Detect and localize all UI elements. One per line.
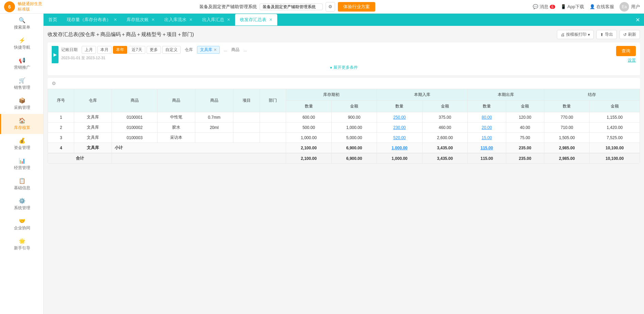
tab-inout-summary[interactable]: 出入库汇总 ✕	[197, 14, 235, 26]
cell-out-qty-3[interactable]: 15.00	[468, 133, 506, 143]
tab-close-batch-account[interactable]: ✕	[151, 17, 155, 22]
col-dept: 部门	[260, 89, 286, 112]
sidebar-item-search[interactable]: 🔍 搜索菜单	[0, 14, 43, 34]
cell-begin-amt-1: 900.00	[331, 112, 377, 122]
tab-home[interactable]: 首页	[44, 14, 62, 26]
in-qty-link-2[interactable]: 230.00	[393, 125, 406, 130]
goods-filter-label: 商品	[231, 47, 240, 53]
settings-link[interactable]: 设置	[628, 57, 636, 63]
sidebar-item-operations[interactable]: 📊 经营管理	[0, 154, 43, 174]
sidebar-item-quick-nav[interactable]: ⚡ 快捷导航	[0, 34, 43, 54]
gear-button[interactable]: ⚙	[326, 2, 335, 12]
sidebar-item-inventory[interactable]: 🏠 库存核算	[0, 114, 43, 134]
col-balance: 结存	[544, 89, 640, 101]
col-no: 序号	[48, 89, 74, 112]
cell-spec-2: 20ml	[195, 122, 233, 133]
sidebar-item-sales[interactable]: 🛒 销售管理	[0, 74, 43, 94]
sidebar-item-marketing[interactable]: 📢 营销推广	[0, 54, 43, 74]
cell-in-qty-2[interactable]: 230.00	[377, 122, 422, 133]
sidebar-label-sales: 销售管理	[14, 85, 30, 90]
subtotal-in-qty-link[interactable]: 1,000.00	[392, 146, 408, 150]
filter-collapse-arrow[interactable]: ▶	[52, 46, 59, 63]
col-period-in: 本期入库	[377, 89, 468, 101]
cell-in-qty-3[interactable]: 520.00	[377, 133, 422, 143]
tab-recv-send[interactable]: 收发存汇总表 ✕	[235, 14, 277, 26]
expand-conditions-button[interactable]: ▾ 展开更多条件	[330, 65, 358, 70]
cell-in-amt-1: 375.00	[422, 112, 467, 122]
date-btn-custom[interactable]: 自定义	[162, 46, 181, 54]
refresh-button[interactable]: ↺ 刷新	[620, 30, 640, 39]
purchase-icon: 📦	[19, 97, 26, 104]
table-row: 1 文具库 0100001 中性笔 0.7mm 600.00 900.00 25…	[48, 112, 640, 122]
tab-inventory-dist[interactable]: 现存量（库存分布表） ✕	[62, 14, 122, 26]
finance-icon: 💰	[19, 137, 26, 144]
warehouse-more[interactable]: ...	[224, 48, 227, 52]
out-qty-link-2[interactable]: 20.00	[482, 125, 492, 130]
col-goods-spec: 商品	[195, 89, 233, 112]
date-btn-7-days[interactable]: 近7天	[129, 46, 145, 54]
tab-close-inventory-dist[interactable]: ✕	[114, 17, 117, 22]
export-button[interactable]: ⬆ 导出	[596, 30, 617, 39]
cell-in-qty-1[interactable]: 250.00	[377, 112, 422, 122]
cell-dept-3	[260, 133, 286, 143]
out-qty-link-1[interactable]: 80.00	[482, 115, 492, 120]
goods-more[interactable]: ...	[244, 48, 247, 52]
user-area[interactable]: Ea 用户	[620, 2, 640, 12]
data-table: 序号 仓库 商品 商品 商品 项目 部门 库存期初 本期入库 本期出库 结存	[48, 89, 640, 164]
subtotal-out-qty-link[interactable]: 115.00	[480, 146, 493, 150]
cell-out-qty-1[interactable]: 80.00	[468, 112, 506, 122]
date-btn-this-month[interactable]: 本月	[97, 46, 112, 54]
cell-warehouse-3: 文具库	[74, 133, 112, 143]
sidebar-item-system[interactable]: ⚙️ 系统管理	[0, 194, 43, 214]
cell-out-qty-2[interactable]: 20.00	[468, 122, 506, 133]
cell-spec-1: 0.7mm	[195, 112, 233, 122]
tab-bar-close-button[interactable]: ✕	[631, 14, 644, 26]
col-goods-code: 商品	[112, 89, 157, 112]
sidebar-item-purchase[interactable]: 📦 采购管理	[0, 94, 43, 114]
total-label: 合计	[48, 153, 112, 164]
table-settings-icon[interactable]: ⚙	[52, 81, 56, 86]
subtotal-out-qty[interactable]: 115.00	[468, 143, 506, 153]
subtotal-out-amt: 235.00	[506, 143, 544, 153]
sidebar-label-quick-nav: 快捷导航	[14, 45, 30, 50]
col-bal-amt: 金额	[590, 101, 640, 112]
out-qty-link-3[interactable]: 15.00	[482, 135, 492, 140]
subtotal-label: 小计	[112, 143, 286, 153]
in-qty-link-1[interactable]: 250.00	[393, 115, 406, 120]
cell-bal-qty-2: 710.00	[544, 122, 590, 133]
cell-dept-2	[260, 122, 286, 133]
query-button[interactable]: 查询	[616, 46, 636, 56]
table-footer: 合计 2,100.00 6,900.00 1,000.00 3,435.00 1…	[48, 153, 640, 164]
sidebar-item-basic-info[interactable]: 📋 基础信息	[0, 174, 43, 194]
cell-name-3: 采访本	[157, 133, 195, 143]
tab-batch-account[interactable]: 库存批次账 ✕	[122, 14, 160, 26]
subtotal-no: 4	[48, 143, 74, 153]
date-btn-last-month[interactable]: 上月	[82, 46, 96, 54]
table-row: 2 文具库 0100002 胶水 20ml 500.00 1,000.00 23…	[48, 122, 640, 133]
date-btn-more[interactable]: 更多	[147, 46, 161, 54]
cell-begin-amt-3: 5,000.00	[331, 133, 377, 143]
trial-button[interactable]: 体验行业方案	[338, 2, 375, 12]
tab-close-inout-summary[interactable]: ✕	[227, 17, 230, 22]
online-service-button[interactable]: 👤 在线客服	[590, 4, 614, 10]
filter-row-1: 记账日期 上月 本月 本年 近7天 更多 自定义 仓库	[61, 46, 613, 54]
app-download-button[interactable]: 📱 App下载	[561, 4, 584, 10]
sidebar-item-finance[interactable]: 💰 资金管理	[0, 134, 43, 154]
content-area: 首页 现存量（库存分布表） ✕ 库存批次账 ✕ 出入库流水 ✕ 出入库汇总 ✕	[44, 14, 644, 314]
print-button[interactable]: 🖨 按模板打印 ▾	[557, 30, 594, 39]
logo-text: 畅捷通好生意 标准版	[18, 1, 42, 12]
system-select[interactable]: 装备及固定资产辅助管理系统	[260, 3, 323, 10]
in-qty-link-3[interactable]: 520.00	[393, 135, 406, 140]
tab-close-inout-flow[interactable]: ✕	[189, 17, 193, 22]
tab-inout-flow[interactable]: 出入库流水 ✕	[160, 14, 197, 26]
sidebar-label-search: 搜索菜单	[14, 24, 30, 30]
cell-spec-3	[195, 133, 233, 143]
sidebar-item-enterprise[interactable]: 🤝 企业协同	[0, 214, 43, 234]
col-begin-qty: 数量	[286, 101, 331, 112]
subtotal-in-qty[interactable]: 1,000.00	[377, 143, 422, 153]
warehouse-tag-close[interactable]: ✕	[214, 48, 217, 52]
sidebar-item-guide[interactable]: 🌟 新手引导	[0, 234, 43, 254]
message-button[interactable]: 💬 消息 6	[533, 4, 555, 10]
date-btn-this-year[interactable]: 本年	[113, 46, 127, 54]
tab-close-recv-send[interactable]: ✕	[269, 17, 273, 22]
